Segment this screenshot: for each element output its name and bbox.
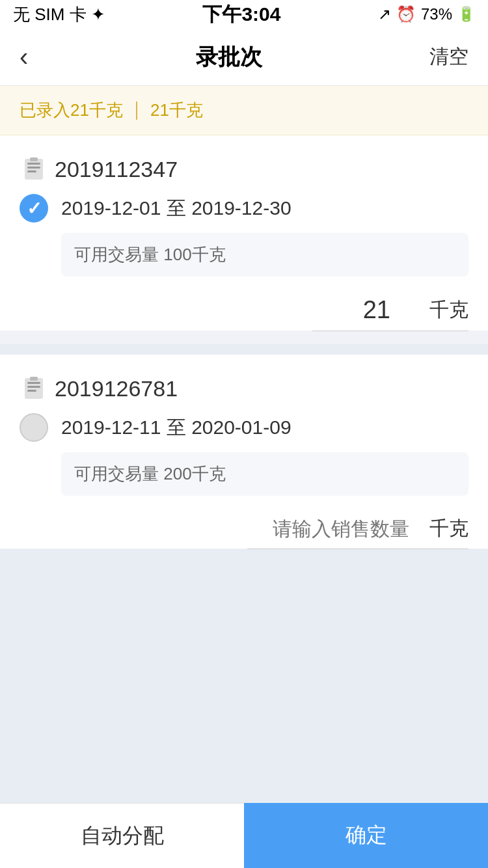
status-left: 无 SIM 卡 ✦: [13, 3, 105, 26]
batch1-number: 2019112347: [55, 157, 178, 182]
batch1-available: 可用交易量 100千克: [61, 233, 468, 277]
batch1-date-row: ✓ 2019-12-01 至 2019-12-30: [20, 194, 468, 223]
svg-rect-3: [27, 170, 36, 172]
batch1-quantity-value: 21: [363, 296, 390, 324]
check-icon: ✓: [27, 198, 42, 219]
batch2-date-row: 2019-12-11 至 2020-01-09: [20, 413, 468, 442]
batch1-quantity-row: 21 千克: [0, 283, 488, 331]
auto-distribute-button[interactable]: 自动分配: [0, 803, 244, 868]
status-right: ↗ ⏰ 73% 🔋: [378, 5, 475, 23]
svg-rect-0: [25, 159, 43, 180]
svg-rect-5: [25, 378, 43, 399]
back-button[interactable]: ‹: [20, 42, 28, 72]
confirm-button[interactable]: 确定: [244, 803, 488, 868]
svg-rect-6: [27, 382, 40, 384]
batch1-quantity-unit: 千克: [429, 297, 468, 323]
svg-rect-7: [27, 386, 40, 388]
batch1-date-range: 2019-12-01 至 2019-12-30: [61, 195, 291, 222]
info-divider: [136, 102, 137, 120]
batch1-card: 2019112347 ✓ 2019-12-01 至 2019-12-30 可用交…: [0, 135, 488, 283]
batch1-header: 2019112347: [20, 155, 468, 183]
svg-rect-8: [27, 390, 36, 392]
batch2-number: 2019126781: [55, 376, 178, 401]
page-title: 录批次: [196, 42, 262, 72]
battery-icon: 🔋: [457, 6, 475, 23]
sim-label: 无 SIM 卡 ✦: [13, 3, 105, 26]
svg-rect-2: [27, 167, 40, 169]
clear-button[interactable]: 清空: [429, 44, 468, 70]
info-bar: 已录入21千克 21千克: [0, 86, 488, 135]
svg-rect-4: [30, 157, 38, 161]
alarm-icon: ⏰: [396, 5, 416, 23]
batch2-header: 2019126781: [20, 374, 468, 403]
batch2-input-row: 千克: [0, 502, 488, 549]
batch2-radio[interactable]: [20, 413, 48, 442]
batch2-input-unit: 千克: [429, 515, 468, 542]
batch2-date-range: 2019-12-11 至 2020-01-09: [61, 414, 291, 441]
section-divider: [0, 344, 488, 355]
batch2-icon: [20, 374, 48, 403]
status-bar: 无 SIM 卡 ✦ 下午3:04 ↗ ⏰ 73% 🔋: [0, 0, 488, 29]
battery-label: 73%: [421, 5, 452, 23]
batch1-radio[interactable]: ✓: [20, 194, 48, 223]
batch2-quantity-input[interactable]: [250, 518, 419, 540]
batch1-icon: [20, 155, 48, 183]
nav-bar: ‹ 录批次 清空: [0, 29, 488, 86]
bottom-bar: 自动分配 确定: [0, 803, 488, 868]
amount-label: 21千克: [150, 99, 203, 122]
batch2-card: 2019126781 2019-12-11 至 2020-01-09 可用交易量…: [0, 355, 488, 502]
location-icon: ↗: [378, 5, 391, 23]
svg-rect-9: [30, 377, 38, 381]
status-time: 下午3:04: [202, 1, 280, 28]
recorded-label: 已录入21千克: [20, 99, 123, 122]
batch2-available: 可用交易量 200千克: [61, 452, 468, 496]
svg-rect-1: [27, 163, 40, 165]
